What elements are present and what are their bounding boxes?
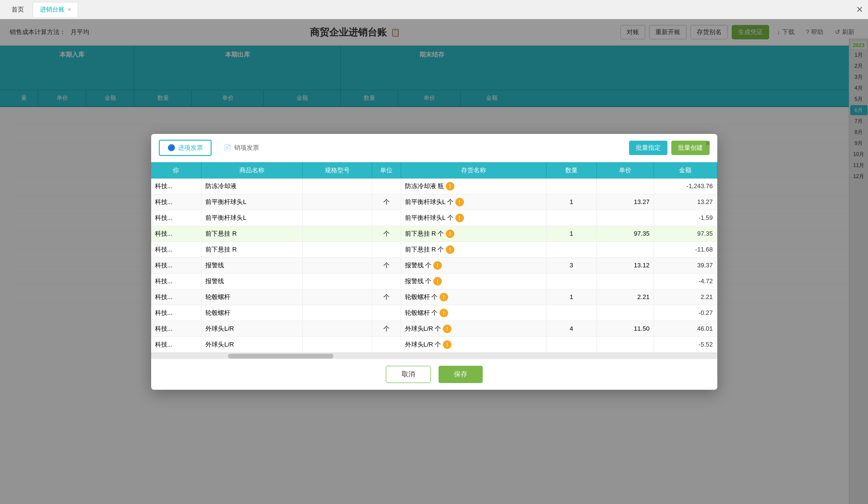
tab-outgoing-invoice[interactable]: 📄 销项发票 — [215, 140, 267, 156]
modal-close-button[interactable]: × — [705, 139, 711, 149]
cell-stock: 轮毂螺杆 个 ! — [401, 289, 546, 305]
cell-unit: 个 — [372, 289, 401, 305]
cell-product: 前下悬挂 R — [202, 226, 303, 241]
warning-icon[interactable]: ! — [446, 182, 454, 191]
warning-icon[interactable]: ! — [443, 340, 452, 349]
cell-spec — [303, 336, 372, 352]
cell-product: 外球头L/R — [202, 336, 303, 352]
window-close-button[interactable]: ✕ — [856, 4, 863, 15]
cell-spec — [303, 179, 372, 194]
warning-icon[interactable]: ! — [443, 324, 452, 333]
cell-unit: 个 — [372, 194, 401, 210]
cell-company: 科技... — [151, 289, 202, 305]
cell-unit — [372, 273, 401, 289]
cell-company: 科技... — [151, 210, 202, 226]
cell-qty — [546, 273, 596, 289]
warning-icon[interactable]: ! — [455, 198, 464, 206]
cell-qty — [546, 305, 596, 321]
table-row: 科技... 防冻冷却液 防冻冷却液 瓶 ! -1,243.76 — [151, 179, 717, 194]
scroll-thumb[interactable] — [228, 354, 333, 359]
table-row: 科技... 前下悬挂 R 个 前下悬挂 R 个 ! 1 97.35 97.35 — [151, 226, 717, 241]
table-row: 科技... 外球头L/R 个 外球头L/R 个 ! 4 11.50 46.01 — [151, 321, 717, 336]
save-button[interactable]: 保存 — [439, 366, 483, 383]
cell-qty: 3 — [546, 257, 596, 273]
tab-home[interactable]: 首页 — [5, 2, 31, 17]
cell-spec — [303, 257, 372, 273]
cell-stock: 前下悬挂 R 个 ! — [401, 226, 546, 241]
cancel-button[interactable]: 取消 — [386, 366, 431, 383]
cell-stock: 外球头L/R 个 ! — [401, 321, 546, 336]
cell-stock: 防冻冷却液 瓶 ! — [401, 179, 546, 194]
cell-product: 轮毂螺杆 — [202, 305, 303, 321]
cell-price: 11.50 — [597, 321, 654, 336]
cell-company: 科技... — [151, 257, 202, 273]
cell-amount: -5.52 — [654, 336, 717, 352]
cell-unit — [372, 305, 401, 321]
cell-qty — [546, 241, 596, 257]
cell-spec — [303, 194, 372, 210]
tab-active-label: 进销台账 — [40, 5, 65, 14]
cell-qty — [546, 336, 596, 352]
cell-spec — [303, 273, 372, 289]
cell-spec — [303, 305, 372, 321]
cell-amount: 2.21 — [654, 289, 717, 305]
modal-header: 🔵 进项发票 📄 销项发票 批量指定 批量创建 × — [151, 134, 717, 162]
cell-amount: 39.37 — [654, 257, 717, 273]
modal-dialog: 🔵 进项发票 📄 销项发票 批量指定 批量创建 × — [151, 134, 717, 390]
warning-icon[interactable]: ! — [455, 214, 464, 222]
cell-company: 科技... — [151, 305, 202, 321]
cell-price — [597, 179, 654, 194]
cell-product: 报警线 — [202, 273, 303, 289]
modal-footer: 取消 保存 — [151, 359, 717, 390]
scroll-bar-area[interactable] — [151, 353, 717, 359]
table-row: 科技... 外球头L/R 外球头L/R 个 ! -5.52 — [151, 336, 717, 352]
cell-price: 97.35 — [597, 226, 654, 241]
cell-company: 科技... — [151, 321, 202, 336]
tab-incoming-invoice[interactable]: 🔵 进项发票 — [159, 140, 212, 156]
table-row: 科技... 轮毂螺杆 个 轮毂螺杆 个 ! 1 2.21 2.21 — [151, 289, 717, 305]
warning-icon[interactable]: ! — [440, 293, 448, 301]
cell-qty: 4 — [546, 321, 596, 336]
cell-spec — [303, 321, 372, 336]
cell-qty: 1 — [546, 226, 596, 241]
cell-product: 报警线 — [202, 257, 303, 273]
cell-stock: 报警线 个 ! — [401, 273, 546, 289]
cell-spec — [303, 210, 372, 226]
cell-company: 科技... — [151, 226, 202, 241]
col-company: 你 — [151, 162, 202, 179]
cell-price — [597, 241, 654, 257]
warning-icon[interactable]: ! — [446, 245, 454, 254]
batch-create-button[interactable]: 批量创建 — [671, 141, 710, 155]
col-qty: 数量 — [546, 162, 596, 179]
tab-close-icon[interactable]: × — [68, 6, 71, 13]
cell-unit — [372, 241, 401, 257]
modal-header-actions: 批量指定 批量创建 — [629, 141, 710, 155]
cell-price — [597, 273, 654, 289]
cell-spec — [303, 226, 372, 241]
cell-company: 科技... — [151, 194, 202, 210]
cell-price: 2.21 — [597, 289, 654, 305]
cell-product: 前平衡杆球头L — [202, 210, 303, 226]
warning-icon[interactable]: ! — [440, 309, 448, 317]
outgoing-tab-icon: 📄 — [224, 144, 231, 151]
cell-product: 防冻冷却液 — [202, 179, 303, 194]
cell-amount: -0.27 — [654, 305, 717, 321]
cell-stock: 报警线 个 ! — [401, 257, 546, 273]
outgoing-tab-label: 销项发票 — [234, 144, 259, 152]
table-header-row: 你 商品名称 规格型号 单位 存货名称 数量 单价 金额 — [151, 162, 717, 179]
cell-amount: -1,243.76 — [654, 179, 717, 194]
cell-stock: 前平衡杆球头L 个 ! — [401, 194, 546, 210]
cell-stock: 轮毂螺杆 个 ! — [401, 305, 546, 321]
cell-amount: 13.27 — [654, 194, 717, 210]
invoice-table: 你 商品名称 规格型号 单位 存货名称 数量 单价 金额 科技... 防冻冷却液 — [151, 162, 717, 353]
warning-icon[interactable]: ! — [433, 277, 442, 286]
cell-product: 外球头L/R — [202, 321, 303, 336]
top-bar: 首页 进销台账 × ✕ — [0, 0, 868, 19]
cell-amount: -4.72 — [654, 273, 717, 289]
warning-icon[interactable]: ! — [433, 261, 442, 270]
batch-assign-button[interactable]: 批量指定 — [629, 141, 667, 155]
cell-product: 前平衡杆球头L — [202, 194, 303, 210]
cell-qty — [546, 210, 596, 226]
warning-icon[interactable]: ! — [446, 229, 454, 238]
cell-spec — [303, 241, 372, 257]
